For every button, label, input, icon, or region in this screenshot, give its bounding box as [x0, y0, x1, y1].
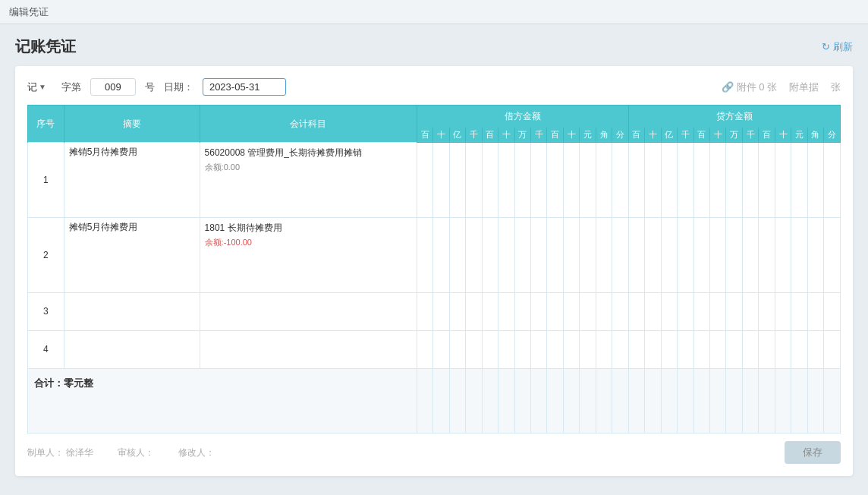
account-header: 会计科目	[200, 106, 417, 143]
reviewer-label: 审核人：	[118, 446, 154, 459]
save-button[interactable]: 保存	[785, 441, 841, 464]
table-row: 4	[28, 330, 841, 368]
refresh-icon: ↻	[822, 41, 830, 52]
debit-digit-2: 十	[433, 128, 449, 143]
credit-header: 贷方金额	[628, 106, 840, 128]
form-row: 记 ▼ 字第 号 日期： 🔗 附件 0 张 附单据 张	[27, 78, 841, 96]
debit-digit-8: 千	[531, 128, 547, 143]
credit-digit-13: 分	[824, 128, 841, 143]
debit-digit-12: 角	[596, 128, 612, 143]
row-4-account[interactable]	[200, 330, 417, 368]
debit-digit-5: 百	[482, 128, 498, 143]
table-row: 1 摊销5月待摊费用 56020008 管理费用_长期待摊费用摊销 余额:0.0…	[28, 143, 841, 218]
row-1-account[interactable]: 56020008 管理费用_长期待摊费用摊销 余额:0.00	[200, 143, 417, 218]
credit-digit-8: 千	[742, 128, 758, 143]
voucher-table: 序号 摘要 会计科目 借方金额 贷方金额 百 十 亿 千 百 十	[27, 105, 841, 434]
credit-digit-1: 百	[628, 128, 644, 143]
debit-digit-10: 十	[563, 128, 579, 143]
paperclip-icon: 🔗	[722, 81, 734, 93]
attachment-link[interactable]: 🔗 附件 0 张	[722, 80, 777, 94]
row-2-summary[interactable]: 摊销5月待摊费用	[64, 217, 200, 292]
modifier-label: 修改人：	[178, 446, 215, 459]
row-4-seq: 4	[28, 330, 64, 368]
debit-digit-13: 分	[612, 128, 628, 143]
window: 编辑凭证 记账凭证 ↻ 刷新 记 ▼ 字第 号 日期：	[0, 0, 868, 495]
debit-header: 借方金额	[417, 106, 628, 128]
creator-label: 制单人： 徐泽华	[27, 446, 93, 459]
debit-digit-7: 万	[514, 128, 530, 143]
page-title: 记账凭证	[15, 36, 76, 57]
row-3-account[interactable]	[200, 292, 417, 330]
ji-label: 记	[27, 80, 37, 94]
zi-label: 字第	[61, 80, 81, 94]
table-row: 3	[28, 292, 841, 330]
voucher-number-input[interactable]	[90, 78, 136, 96]
date-input[interactable]	[203, 78, 286, 96]
main-content: 记账凭证 ↻ 刷新 记 ▼ 字第 号 日期： 🔗	[0, 24, 868, 495]
credit-digit-4: 千	[678, 128, 693, 143]
ji-select[interactable]: 记 ▼	[27, 80, 46, 94]
refresh-button[interactable]: ↻ 刷新	[822, 40, 853, 54]
debit-digit-6: 十	[498, 128, 514, 143]
summary-header: 摘要	[64, 106, 200, 143]
total-label: 合计：零元整	[28, 368, 417, 433]
info-row: 制单人： 徐泽华 审核人： 修改人： 保存	[27, 434, 841, 464]
credit-digit-3: 亿	[661, 128, 677, 143]
row-3-summary[interactable]	[64, 292, 200, 330]
debit-digit-4: 千	[466, 128, 482, 143]
row-2-account[interactable]: 1801 长期待摊费用 余额:-100.00	[200, 217, 417, 292]
table-container: 序号 摘要 会计科目 借方金额 贷方金额 百 十 亿 千 百 十	[27, 105, 841, 434]
credit-digit-7: 万	[726, 128, 742, 143]
row-1-seq: 1	[28, 143, 64, 218]
debit-digit-11: 元	[580, 128, 596, 143]
receipt-label[interactable]: 附单据	[789, 80, 819, 94]
credit-digit-9: 百	[759, 128, 775, 143]
row-2-seq: 2	[28, 217, 64, 292]
credit-digit-6: 十	[709, 128, 725, 143]
date-label: 日期：	[164, 80, 193, 94]
credit-digit-11: 元	[791, 128, 807, 143]
row-4-summary[interactable]	[64, 330, 200, 368]
row-1-summary[interactable]: 摊销5月待摊费用	[64, 143, 200, 218]
credit-digit-10: 十	[775, 128, 791, 143]
debit-digit-1: 百	[417, 128, 432, 143]
credit-digit-2: 十	[645, 128, 661, 143]
row-3-seq: 3	[28, 292, 64, 330]
debit-digit-9: 百	[547, 128, 563, 143]
page-header: 记账凭证 ↻ 刷新	[15, 36, 853, 57]
table-row: 2 摊销5月待摊费用 1801 长期待摊费用 余额:-100.00	[28, 217, 841, 292]
seq-header: 序号	[28, 106, 64, 143]
title-bar: 编辑凭证	[0, 0, 868, 24]
voucher-card: 记 ▼ 字第 号 日期： 🔗 附件 0 张 附单据 张	[15, 66, 853, 476]
debit-digit-3: 亿	[449, 128, 465, 143]
attachments-label: 附件 0 张	[737, 80, 777, 94]
attachments-area: 🔗 附件 0 张 附单据 张	[722, 80, 841, 94]
hao-label: 号	[145, 80, 155, 94]
table-header-top: 序号 摘要 会计科目 借方金额 贷方金额	[28, 106, 841, 128]
table-footer-row: 合计：零元整	[28, 368, 841, 433]
zhang-label: 张	[831, 80, 841, 94]
dropdown-arrow-icon: ▼	[39, 83, 46, 91]
window-title: 编辑凭证	[9, 5, 49, 19]
credit-digit-12: 角	[807, 128, 823, 143]
credit-digit-5: 百	[693, 128, 709, 143]
